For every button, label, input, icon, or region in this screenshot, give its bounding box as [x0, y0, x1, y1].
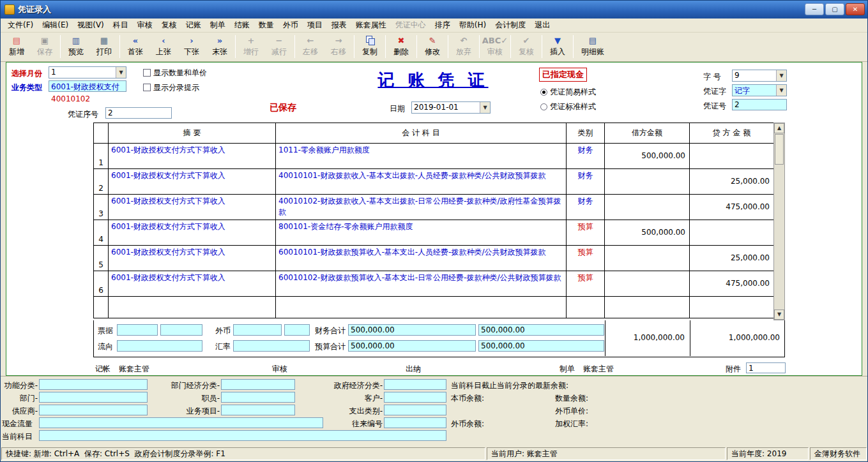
balance-title: 当前科目截止当前分录的最新余额: — [451, 380, 568, 391]
minimize-button[interactable]: ─ — [805, 3, 824, 15]
toolbar-audit-button[interactable]: ABC✓审核 — [481, 33, 509, 60]
chevron-down-icon[interactable]: ▼ — [776, 70, 786, 81]
contact-no-field[interactable] — [384, 417, 446, 428]
menu-project[interactable]: 项目 — [303, 19, 327, 32]
foreign-currency-input-2[interactable] — [284, 324, 310, 336]
menu-ledger-properties[interactable]: 账套属性 — [351, 19, 391, 32]
scroll-up-icon[interactable]: ▲ — [774, 123, 784, 133]
toolbar-print-button[interactable]: ▦打印 — [90, 33, 118, 60]
toolbar-insert-button[interactable]: ▼插入 — [544, 33, 572, 60]
cash-flow-field[interactable] — [39, 417, 323, 428]
toolbar-separator — [294, 35, 295, 58]
func-class-field[interactable] — [39, 379, 148, 390]
chevron-down-icon[interactable]: ▼ — [116, 67, 126, 78]
date-label: 日期 — [390, 103, 405, 114]
toolbar-next-button[interactable]: ›下张 — [178, 33, 206, 60]
table-scrollbar[interactable]: ▲ ▼ — [773, 123, 785, 320]
toolbar-discard-button[interactable]: ↶放弃 — [450, 33, 478, 60]
menu-recheck[interactable]: 复核 — [157, 19, 181, 32]
supplier-field[interactable] — [39, 405, 148, 415]
maximize-button[interactable]: ▢ — [825, 3, 844, 15]
attachment-count-input[interactable]: 1 — [746, 362, 786, 373]
menu-edit[interactable]: 编辑(E) — [38, 19, 73, 32]
show-entry-tip-checkbox[interactable]: 显示分录提示 — [143, 82, 199, 93]
toolbar-add-row-button[interactable]: +增行 — [237, 33, 265, 60]
menu-foreign-currency[interactable]: 外币 — [278, 19, 303, 32]
bill-input-2[interactable] — [160, 324, 202, 336]
menu-voucher-center[interactable]: 凭证中心 — [391, 19, 430, 32]
menu-bookkeeping[interactable]: 记账 — [181, 19, 206, 32]
table-row[interactable]: 5 6001-财政授权支付方式下算收入 60010101-财政拨款预算收入-基本… — [94, 245, 774, 271]
toolbar-move-right-button[interactable]: →右移 — [324, 33, 353, 60]
menu-accounting-system[interactable]: 会计制度 — [491, 19, 530, 32]
menu-report[interactable]: 报表 — [327, 19, 351, 32]
voucher-seq-input[interactable]: 2 — [105, 107, 172, 119]
standard-style-radio[interactable]: 凭证标准样式 — [540, 101, 596, 112]
gov-econ-label: 政府经济分类- — [320, 380, 383, 391]
menu-exit[interactable]: 退出 — [530, 19, 554, 32]
customer-field[interactable] — [384, 392, 446, 403]
select-month-label: 选择月份 — [11, 68, 42, 79]
biz-project-field[interactable] — [221, 405, 295, 415]
dept-field[interactable] — [39, 392, 148, 403]
current-subject-field[interactable] — [39, 430, 446, 441]
expense-type-field[interactable] — [384, 405, 446, 415]
toolbar-save-button[interactable]: ▣保存 — [31, 33, 59, 60]
toolbar-recheck-button[interactable]: ✔复核 — [512, 33, 540, 60]
toolbar-remove-row-button[interactable]: −减行 — [265, 33, 293, 60]
menu-file[interactable]: 文件(F) — [3, 19, 38, 32]
gov-econ-field[interactable] — [384, 379, 446, 390]
toolbar-move-left-button[interactable]: ←左移 — [296, 33, 324, 60]
toolbar-copy-button[interactable]: 复制 — [356, 33, 384, 60]
table-row[interactable]: 1 6001-财政授权支付方式下算收入 1011-零余额账户用款额度 财务 50… — [94, 143, 774, 168]
show-qty-checkbox[interactable]: 显示数量和单价 — [143, 68, 207, 78]
menu-subject[interactable]: 科目 — [109, 19, 133, 32]
table-row[interactable]: 2 6001-财政授权支付方式下算收入 40010101-财政拨款收入-基本支出… — [94, 168, 774, 194]
summary-header: 摘 要 — [109, 123, 276, 143]
date-select[interactable]: 2019-01-01 ▼ — [411, 101, 491, 114]
status-software-name: 金簿财务软件 — [810, 447, 867, 460]
voucher-no-input[interactable]: 2 — [732, 99, 787, 110]
toolbar-edit-button[interactable]: ✎修改 — [418, 33, 446, 60]
toolbar-separator — [235, 35, 236, 58]
menu-help[interactable]: 帮助(H) — [455, 19, 491, 32]
month-select[interactable]: 1 ▼ — [49, 66, 126, 78]
scrollbar-thumb[interactable] — [775, 134, 784, 165]
table-row[interactable]: 3 6001-财政授权支付方式下算收入 40010102-财政拨款收入-基本支出… — [94, 194, 774, 220]
audit-icon: ABC✓ — [482, 36, 508, 46]
toolbar-new-button[interactable]: ▤新增 — [3, 33, 31, 60]
close-button[interactable]: ✕ — [846, 3, 865, 15]
toolbar-first-button[interactable]: «首张 — [121, 33, 149, 60]
toolbar-detail-ledger-button[interactable]: ▤明细账 — [575, 33, 611, 60]
rate-input[interactable] — [233, 340, 310, 352]
designated-cash-badge: 已指定现金 — [539, 68, 587, 82]
bill-input-1[interactable] — [117, 324, 158, 336]
table-row[interactable]: 4 6001-财政授权支付方式下算收入 800101-资金结存-零余额账户用款额… — [94, 220, 774, 245]
menu-audit[interactable]: 审核 — [133, 19, 157, 32]
toolbar-delete-button[interactable]: ✖删除 — [387, 33, 415, 60]
toolbar-previous-button[interactable]: ‹上张 — [149, 33, 178, 60]
menu-closing[interactable]: 结账 — [230, 19, 254, 32]
zihao-select[interactable]: 9 ▼ — [732, 70, 787, 82]
grand-total-debit: 1,000,000.00 — [605, 320, 690, 356]
toolbar-preview-button[interactable]: ▥预览 — [62, 33, 90, 60]
chevron-down-icon[interactable]: ▼ — [480, 102, 490, 113]
menu-quantity[interactable]: 数量 — [254, 19, 278, 32]
menu-prepare[interactable]: 制单 — [206, 19, 230, 32]
menu-sort[interactable]: 排序 — [430, 19, 455, 32]
business-type-value[interactable]: 6001-财政授权支付 — [49, 80, 126, 92]
scroll-down-icon[interactable]: ▼ — [774, 309, 784, 320]
last-page-icon: » — [217, 36, 222, 46]
foreign-currency-input-1[interactable] — [233, 324, 282, 336]
chevron-down-icon[interactable]: ▼ — [776, 85, 786, 96]
voucher-word-select[interactable]: 记字 ▼ — [732, 84, 787, 96]
flow-input[interactable] — [117, 340, 202, 352]
simple-style-radio[interactable]: 凭证简易样式 — [540, 87, 596, 98]
cashier-label: 出纳 — [406, 364, 421, 375]
table-row-empty[interactable] — [94, 296, 774, 318]
toolbar-last-button[interactable]: »末张 — [206, 33, 234, 60]
table-row[interactable]: 6 6001-财政授权支付方式下算收入 60010102-财政拨款预算收入-基本… — [94, 271, 774, 296]
dept-econ-field[interactable] — [221, 379, 295, 390]
menu-view[interactable]: 视图(V) — [73, 19, 109, 32]
staff-field[interactable] — [221, 392, 295, 403]
